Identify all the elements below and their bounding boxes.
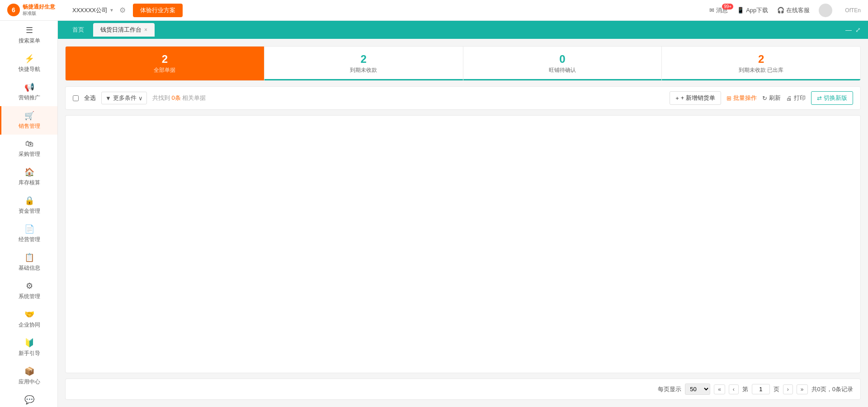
logo-text: 畅捷通好生意 — [23, 4, 55, 10]
tab-home[interactable]: 首页 — [65, 23, 91, 37]
batch-op-btn[interactable]: ⊞ 批量操作 — [726, 94, 757, 102]
sidebar-item-label: 资金管理 — [19, 207, 40, 215]
found-suffix: 相关单据 — [182, 94, 206, 101]
enterprise-coop-icon: 🤝 — [24, 309, 34, 319]
first-page-btn[interactable]: « — [714, 384, 725, 394]
sidebar-item-inventory-calc[interactable]: 🏠 库存核算 — [0, 163, 57, 191]
page-area: 2 全部单据 2 到期未收款 0 旺铺待确认 2 到期未收款 已出库 — [58, 39, 868, 407]
minimize-icon[interactable]: — — [845, 26, 852, 33]
page-input[interactable] — [752, 384, 770, 394]
per-page-label: 每页显示 — [658, 385, 681, 393]
stats-row: 2 全部单据 2 到期未收款 0 旺铺待确认 2 到期未收款 已出库 — [65, 46, 861, 81]
new-guide-icon: 🔰 — [24, 338, 34, 348]
new-sale-btn[interactable]: + + 新增销货单 — [670, 91, 721, 105]
per-page-select[interactable]: 50 100 200 — [685, 384, 710, 395]
sidebar: ☰ 搜索菜单 ⚡ 快捷导航 📢 营销推广 🛒 销售管理 🛍 采购管理 🏠 库存核… — [0, 21, 58, 407]
new-sale-label: + 新增销货单 — [681, 94, 715, 102]
stat-num-all: 2 — [75, 53, 255, 65]
switch-new-version-btn[interactable]: ⇄ 切换新版 — [811, 91, 853, 105]
stat-card-overdue-unshipped[interactable]: 2 到期未收款 已出库 — [662, 47, 860, 80]
search-menu-icon: ☰ — [26, 25, 33, 35]
close-icon[interactable]: × — [144, 27, 147, 33]
logo-sub: 标准版 — [23, 10, 55, 17]
sidebar-item-label: 基础信息 — [19, 264, 40, 272]
message-icon: ✉ — [709, 7, 714, 14]
system-mgmt-icon: ⚙ — [26, 281, 33, 291]
headset-icon: 🎧 — [777, 7, 784, 14]
sidebar-item-label: 快捷导航 — [19, 65, 40, 73]
found-prefix: 共找到 — [152, 94, 170, 101]
maximize-icon[interactable]: ⤢ — [855, 26, 861, 33]
operations-mgmt-icon: 📄 — [24, 224, 34, 234]
sidebar-item-label: 系统管理 — [19, 293, 40, 300]
filter-btn[interactable]: ▼ 更多条件 ∨ — [101, 92, 147, 104]
sidebar-item-marketing[interactable]: 📢 营销推广 — [0, 78, 57, 106]
sidebar-item-label: 库存核算 — [19, 179, 40, 187]
sidebar-item-sales-mgmt[interactable]: 🛒 销售管理 — [0, 106, 57, 135]
page-suffix: 页 — [774, 385, 779, 393]
stat-card-all[interactable]: 2 全部单据 — [66, 47, 264, 80]
message-item[interactable]: ✉ 消息 99+ — [709, 6, 728, 14]
marketing-icon: 📢 — [24, 82, 34, 92]
toolbar-right: + + 新增销货单 ⊞ 批量操作 ↻ 刷新 🖨 打印 — [670, 91, 853, 105]
page-prefix: 第 — [742, 385, 748, 393]
stat-label-wangpu-pending: 旺铺待确认 — [472, 66, 653, 74]
found-text: 共找到 0条 相关单据 — [152, 94, 206, 102]
filter-icon: ▼ — [105, 95, 111, 102]
quick-nav-icon: ⚡ — [24, 54, 34, 64]
last-page-btn[interactable]: » — [797, 384, 808, 394]
tab-controls: — ⤢ — [845, 26, 861, 33]
sidebar-item-operations-mgmt[interactable]: 📄 经营管理 — [0, 220, 57, 248]
found-count: 0条 — [172, 94, 181, 101]
fund-mgmt-icon: 🔒 — [24, 196, 34, 206]
tab-bar: 首页 钱货日清工作台 × — ⤢ — [58, 21, 868, 39]
sidebar-item-app-center[interactable]: 📦 应用中心 — [0, 362, 57, 390]
stat-label-overdue-unshipped: 到期未收款 已出库 — [671, 66, 851, 74]
sidebar-item-label: 经营管理 — [19, 236, 40, 243]
avatar[interactable] — [819, 4, 832, 17]
logo-area: 6 畅捷通好生意 标准版 — [7, 4, 65, 16]
refresh-btn[interactable]: ↻ 刷新 — [762, 94, 781, 102]
stat-num-wangpu-pending: 0 — [472, 53, 653, 65]
app-center-icon: 📦 — [24, 366, 34, 376]
stat-card-wangpu-pending[interactable]: 0 旺铺待确认 — [463, 47, 662, 80]
sidebar-item-enterprise-coop[interactable]: 🤝 企业协同 — [0, 305, 57, 333]
prev-page-btn[interactable]: ‹ — [729, 384, 739, 394]
refresh-icon: ↻ — [762, 95, 767, 102]
sidebar-item-system-mgmt[interactable]: ⚙ 系统管理 — [0, 276, 57, 305]
logo-icon: 6 — [7, 4, 20, 16]
experience-btn[interactable]: 体验行业方案 — [133, 4, 183, 17]
online-service-item[interactable]: 🎧 在线客服 — [777, 6, 810, 14]
stat-card-overdue-unpaid[interactable]: 2 到期未收款 — [264, 47, 463, 80]
next-page-btn[interactable]: › — [783, 384, 793, 394]
sidebar-item-fund-mgmt[interactable]: 🔒 资金管理 — [0, 191, 57, 220]
sidebar-item-purchase-mgmt[interactable]: 🛍 采购管理 — [0, 135, 57, 163]
select-all-checkbox[interactable] — [73, 95, 79, 101]
sidebar-item-label: 搜索菜单 — [19, 37, 40, 45]
plus-icon: + — [675, 95, 679, 102]
refresh-label: 刷新 — [769, 94, 781, 102]
toolbar: 全选 ▼ 更多条件 ∨ 共找到 0条 相关单据 + + 新增销货单 — [65, 86, 861, 110]
app-download-icon: 📱 — [737, 7, 744, 14]
sidebar-item-label: 营销推广 — [19, 94, 40, 102]
print-label: 打印 — [794, 94, 806, 102]
sidebar-item-new-guide[interactable]: 🔰 新手引导 — [0, 333, 57, 362]
sidebar-item-enterprise-wechat[interactable]: 💬 企业微信 — [0, 390, 57, 407]
sidebar-item-label: 销售管理 — [19, 122, 40, 130]
stat-label-overdue-unpaid: 到期未收款 — [274, 66, 454, 74]
gear-icon[interactable]: ⚙ — [119, 6, 126, 14]
filter-arrow-icon: ∨ — [138, 95, 143, 102]
top-right: ✉ 消息 99+ 📱 App下载 🎧 在线客服 OfTEn — [709, 4, 861, 17]
tab-workbench[interactable]: 钱货日清工作台 × — [93, 23, 155, 37]
app-download-item[interactable]: 📱 App下载 — [737, 6, 768, 14]
print-btn[interactable]: 🖨 打印 — [786, 94, 806, 102]
app-download-label: App下载 — [746, 6, 768, 14]
sidebar-item-basic-info[interactable]: 📋 基础信息 — [0, 248, 57, 276]
sidebar-item-quick-nav[interactable]: ⚡ 快捷导航 — [0, 49, 57, 78]
filter-label: 更多条件 — [113, 94, 137, 102]
stat-num-overdue-unpaid: 2 — [274, 53, 454, 65]
sidebar-item-label: 新手引导 — [19, 350, 40, 357]
sidebar-item-search-menu[interactable]: ☰ 搜索菜单 — [0, 21, 57, 49]
company-selector[interactable]: XXXXXX公司 ▼ — [72, 6, 114, 14]
tab-workbench-label: 钱货日清工作台 — [100, 26, 142, 34]
